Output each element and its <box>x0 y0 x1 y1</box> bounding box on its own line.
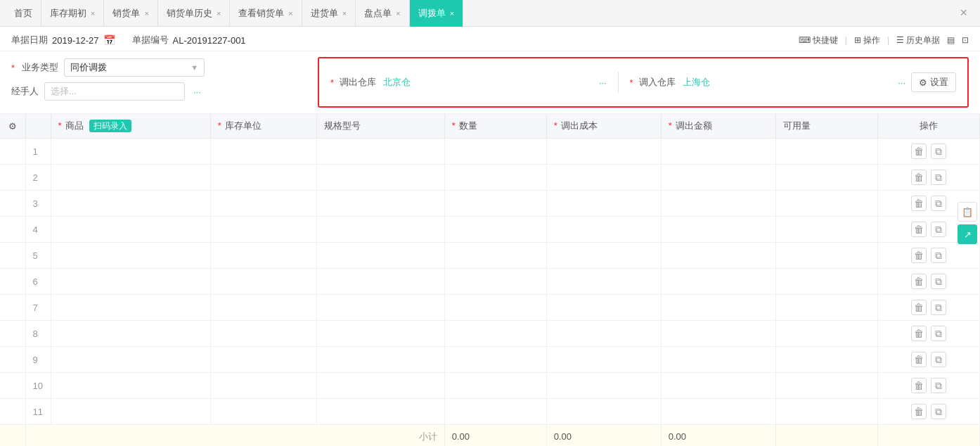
row-amount[interactable] <box>661 269 775 295</box>
copy-icon[interactable]: ⧉ <box>931 300 946 315</box>
row-qty[interactable] <box>444 165 546 191</box>
history-button[interactable]: ☰ 历史单据 <box>896 34 940 46</box>
copy-icon[interactable]: ⧉ <box>931 352 946 367</box>
copy-icon[interactable]: ⧉ <box>931 222 946 237</box>
tab-purchase-close[interactable]: × <box>342 9 347 18</box>
copy-icon[interactable]: ⧉ <box>931 274 946 289</box>
row-qty[interactable] <box>444 269 546 295</box>
row-product[interactable] <box>51 165 210 191</box>
shortcuts-button[interactable]: ⌨ 快捷键 <box>799 34 838 46</box>
row-product[interactable] <box>51 269 210 295</box>
tab-purchase[interactable]: 进货单 × <box>302 0 356 27</box>
scan-button[interactable]: 扫码录入 <box>89 120 131 132</box>
row-unit[interactable] <box>210 139 317 165</box>
row-cost[interactable] <box>546 295 661 321</box>
row-product[interactable] <box>51 243 210 269</box>
row-cost[interactable] <box>546 243 661 269</box>
row-product[interactable] <box>51 295 210 321</box>
row-amount[interactable] <box>661 295 775 321</box>
row-amount[interactable] <box>661 217 775 243</box>
row-unit[interactable] <box>210 321 317 347</box>
row-unit[interactable] <box>210 165 317 191</box>
tab-home[interactable]: 首页 <box>6 0 41 27</box>
row-unit[interactable] <box>210 347 317 373</box>
row-product[interactable] <box>51 321 210 347</box>
row-spec[interactable] <box>317 139 444 165</box>
row-qty[interactable] <box>444 139 546 165</box>
tab-inventory-count[interactable]: 盘点单 × <box>356 0 409 27</box>
delete-icon[interactable]: 🗑 <box>911 326 927 341</box>
business-type-select[interactable]: 同价调拨 ▼ <box>64 58 205 77</box>
row-cost[interactable] <box>546 347 661 373</box>
row-product[interactable] <box>51 191 210 217</box>
row-amount[interactable] <box>661 191 775 217</box>
row-product[interactable] <box>51 373 210 399</box>
delete-icon[interactable]: 🗑 <box>911 378 927 393</box>
row-spec[interactable] <box>317 295 444 321</box>
row-spec[interactable] <box>317 243 444 269</box>
tab-view-sales[interactable]: 查看销货单 × <box>230 0 302 27</box>
row-cost[interactable] <box>546 373 661 399</box>
tab-sales-order[interactable]: 销货单 × <box>104 0 157 27</box>
row-unit[interactable] <box>210 295 317 321</box>
row-cost[interactable] <box>546 165 661 191</box>
row-spec[interactable] <box>317 321 444 347</box>
row-spec[interactable] <box>317 373 444 399</box>
delete-icon[interactable]: 🗑 <box>911 222 927 237</box>
row-amount[interactable] <box>661 139 775 165</box>
delete-icon[interactable]: 🗑 <box>911 300 927 315</box>
row-qty[interactable] <box>444 243 546 269</box>
row-unit[interactable] <box>210 269 317 295</box>
row-unit[interactable] <box>210 373 317 399</box>
copy-icon[interactable]: ⧉ <box>931 196 946 211</box>
tab-sales-history-close[interactable]: × <box>217 9 221 18</box>
row-cost[interactable] <box>546 321 661 347</box>
copy-icon[interactable]: ⧉ <box>931 378 946 393</box>
row-product[interactable] <box>51 139 210 165</box>
row-amount[interactable] <box>661 373 775 399</box>
transfer-out-more-btn[interactable]: ··· <box>599 77 607 88</box>
calendar-icon[interactable]: 📅 <box>103 34 115 46</box>
tab-inventory-init[interactable]: 库存期初 × <box>41 0 104 27</box>
transfer-in-more-btn[interactable]: ··· <box>898 77 905 88</box>
row-cost[interactable] <box>546 139 661 165</box>
delete-icon[interactable]: 🗑 <box>911 170 927 185</box>
delete-icon[interactable]: 🗑 <box>911 404 927 419</box>
tab-sales-history[interactable]: 销货单历史 × <box>158 0 230 27</box>
tab-transfer[interactable]: 调拨单 × <box>410 0 463 27</box>
col-settings[interactable]: ⚙ <box>0 114 25 139</box>
row-product[interactable] <box>51 217 210 243</box>
row-spec[interactable] <box>317 165 444 191</box>
row-spec[interactable] <box>317 217 444 243</box>
row-spec[interactable] <box>317 191 444 217</box>
row-product[interactable] <box>51 347 210 373</box>
tab-sales-order-close[interactable]: × <box>144 9 148 18</box>
row-cost[interactable] <box>546 269 661 295</box>
layout-btn-2[interactable]: ⊡ <box>962 35 969 45</box>
row-qty[interactable] <box>444 373 546 399</box>
row-qty[interactable] <box>444 321 546 347</box>
tab-transfer-close[interactable]: × <box>450 9 454 18</box>
row-amount[interactable] <box>661 321 775 347</box>
row-cost[interactable] <box>546 191 661 217</box>
delete-icon[interactable]: 🗑 <box>911 196 927 211</box>
tab-inventory-count-close[interactable]: × <box>396 9 400 18</box>
delete-icon[interactable]: 🗑 <box>911 352 927 367</box>
layout-btn-1[interactable]: ▤ <box>947 35 955 45</box>
delete-icon[interactable]: 🗑 <box>911 248 927 263</box>
row-amount[interactable] <box>661 347 775 373</box>
row-unit[interactable] <box>210 191 317 217</box>
operations-button[interactable]: ⊞ 操作 <box>854 34 880 46</box>
row-amount[interactable] <box>661 165 775 191</box>
row-spec[interactable] <box>317 269 444 295</box>
copy-icon[interactable]: ⧉ <box>931 248 946 263</box>
tab-inventory-init-close[interactable]: × <box>91 9 95 18</box>
copy-icon[interactable]: ⧉ <box>931 170 946 185</box>
tab-view-sales-close[interactable]: × <box>288 9 292 18</box>
row-spec[interactable] <box>317 347 444 373</box>
handler-more-btn[interactable]: ··· <box>193 87 201 97</box>
row-qty[interactable] <box>444 191 546 217</box>
settings-button[interactable]: ⚙ 设置 <box>911 72 956 92</box>
copy-icon[interactable]: ⧉ <box>931 144 946 159</box>
row-unit[interactable] <box>210 243 317 269</box>
